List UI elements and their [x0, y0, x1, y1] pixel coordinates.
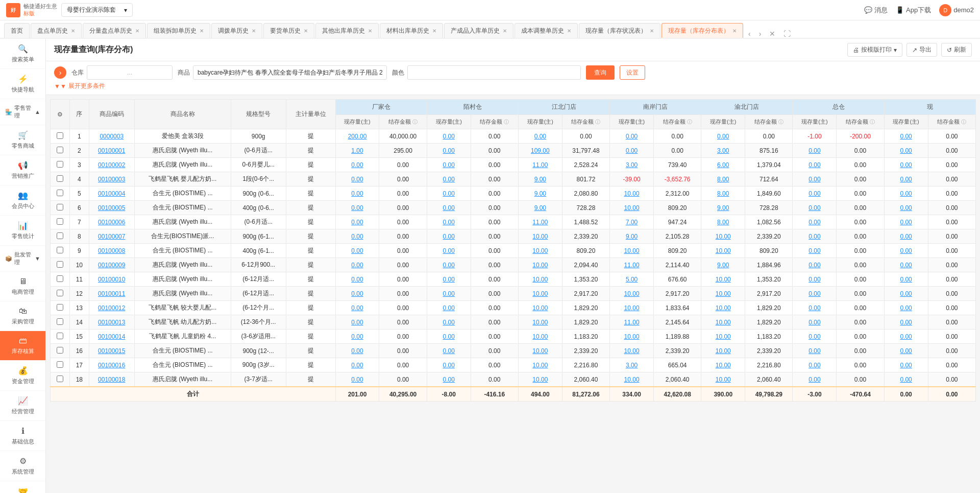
- row-m-qty: 0.00: [427, 215, 471, 229]
- row-check[interactable]: [51, 258, 70, 272]
- sidebar-item-search[interactable]: 🔍 搜索英单: [0, 39, 45, 69]
- query-button[interactable]: 查询: [586, 65, 615, 80]
- sidebar-item-operations[interactable]: 📈 经营管理: [0, 391, 45, 421]
- row-check[interactable]: [51, 287, 70, 301]
- sum-yb-amt: 49,798.29: [745, 387, 793, 402]
- tab-close-icon[interactable]: ✕: [71, 28, 75, 34]
- row-t-amt: -200.00: [837, 129, 884, 144]
- sidebar-item-members[interactable]: 👥 会员中心: [0, 185, 45, 216]
- sub-cur-amt: 结存金额 ⓘ: [928, 115, 975, 129]
- filter-collapse-btn[interactable]: ›: [54, 66, 66, 79]
- sidebar-item-basic-info[interactable]: ℹ 基础信息: [0, 421, 45, 451]
- user-avatar[interactable]: D demo2: [939, 4, 974, 16]
- warehouse-input[interactable]: [87, 65, 173, 80]
- table-row: 6 00100005 合生元 (BIOSTIME) ... 400g (0-6.…: [51, 201, 976, 215]
- row-check[interactable]: [51, 158, 70, 172]
- messages-btn[interactable]: 💬 消息: [864, 6, 888, 15]
- expand-conditions[interactable]: ▼▼ 展开更多条件: [54, 82, 972, 90]
- tab-stock-dist[interactable]: 现存量（库存分布表） ✕: [662, 23, 743, 38]
- row-check[interactable]: [51, 372, 70, 387]
- tab-transfer[interactable]: 调拨单历史 ✕: [211, 23, 262, 38]
- color-input[interactable]: [407, 65, 581, 80]
- row-check[interactable]: [51, 215, 70, 229]
- sidebar-item-collab[interactable]: 🤝 企业协同: [0, 481, 45, 493]
- sidebar-item-system[interactable]: ⚙ 系统管理: [0, 451, 45, 481]
- tab-cost-adjust[interactable]: 成本调整单历史 ✕: [514, 23, 578, 38]
- settings-button[interactable]: 设置: [620, 65, 645, 80]
- row-jb-amt: 1,829.20: [562, 301, 609, 315]
- sidebar-item-ecommerce[interactable]: 🖥 电商管理: [0, 272, 45, 301]
- row-yb-amt: 712.64: [745, 172, 793, 186]
- tab-close-icon[interactable]: ✕: [432, 28, 436, 34]
- row-t-amt: 0.00: [837, 287, 884, 301]
- col-no: 序: [69, 100, 89, 129]
- tab-close-icon[interactable]: ✕: [650, 28, 654, 34]
- tab-other-out[interactable]: 其他出库单历史 ✕: [315, 23, 379, 38]
- sidebar-item-finance[interactable]: 💰 资金管理: [0, 361, 45, 391]
- row-cur-qty: 0.00: [884, 229, 928, 244]
- row-check[interactable]: [51, 272, 70, 287]
- row-spec: (6-12月适...: [231, 287, 286, 301]
- tab-close-icon[interactable]: ✕: [368, 28, 372, 34]
- tab-assembly[interactable]: 组装拆卸单历史 ✕: [147, 23, 210, 38]
- tab-nav-next[interactable]: ›: [755, 30, 766, 38]
- tab-close-icon[interactable]: ✕: [304, 28, 308, 34]
- row-check[interactable]: [51, 229, 70, 244]
- row-t-qty: 0.00: [793, 201, 837, 215]
- sub-f-amt: 结存金额 ⓘ: [379, 115, 427, 129]
- row-na-qty: 5.00: [610, 272, 654, 287]
- row-check[interactable]: [51, 315, 70, 330]
- row-check[interactable]: [51, 330, 70, 344]
- row-m-amt: 0.00: [471, 372, 518, 387]
- tab-home[interactable]: 首页: [4, 23, 30, 38]
- tab-material-out[interactable]: 材料出库单历史 ✕: [380, 23, 443, 38]
- row-check[interactable]: [51, 358, 70, 372]
- sidebar-item-inventory[interactable]: 🗃 库存核算: [0, 331, 45, 361]
- row-t-qty: 0.00: [793, 358, 837, 372]
- row-check[interactable]: [51, 129, 70, 144]
- sidebar-item-purchase[interactable]: 🛍 采购管理: [0, 301, 45, 331]
- tab-nav-expand[interactable]: ⛶: [779, 30, 795, 38]
- row-check[interactable]: [51, 186, 70, 201]
- store-selector[interactable]: 母婴行业演示陈套 ▾: [61, 3, 133, 17]
- tab-sub-inventory[interactable]: 分量盘点单历史 ✕: [83, 23, 146, 38]
- tab-close-icon[interactable]: ✕: [503, 28, 507, 34]
- row-code: 00100008: [89, 244, 134, 258]
- sidebar-item-retail-mall[interactable]: 🛒 零售商城: [0, 125, 45, 155]
- col-code: 商品编码: [89, 100, 134, 129]
- tab-close-icon[interactable]: ✕: [732, 28, 737, 34]
- row-check[interactable]: [51, 172, 70, 186]
- row-name: 飞鹤星飞帆 较大婴儿配...: [134, 301, 231, 315]
- app-download-btn[interactable]: 📱 App下载: [896, 6, 931, 15]
- tab-close-icon[interactable]: ✕: [135, 28, 139, 34]
- sidebar-item-retail-stats[interactable]: 📊 零售统计: [0, 216, 45, 246]
- row-check[interactable]: [51, 301, 70, 315]
- tab-stock-status[interactable]: 现存量（库存状况表） ✕: [579, 23, 660, 38]
- row-check[interactable]: [51, 144, 70, 158]
- tab-product-in[interactable]: 产成品入库单历史 ✕: [444, 23, 513, 38]
- tab-nav-prev[interactable]: ‹: [744, 30, 755, 38]
- row-check[interactable]: [51, 244, 70, 258]
- sidebar-item-marketing[interactable]: 📢 营销推广: [0, 155, 45, 185]
- tab-nav-close[interactable]: ✕: [765, 30, 779, 38]
- row-na-qty: 7.00: [610, 215, 654, 229]
- tab-close-icon[interactable]: ✕: [200, 28, 204, 34]
- row-yb-amt: 2,216.80: [745, 358, 793, 372]
- tab-close-icon[interactable]: ✕: [567, 28, 571, 34]
- sidebar-item-wholesale[interactable]: 📦 批发管理 ▼: [0, 246, 45, 272]
- refresh-button[interactable]: ↺ 刷新: [941, 43, 972, 57]
- sub-na-qty: 现存量(主): [610, 115, 654, 129]
- row-check[interactable]: [51, 344, 70, 358]
- summary-row: 合计 201.00 40,295.00 -8.00 -416.16 494.00…: [51, 387, 976, 402]
- tab-inventory-history[interactable]: 盘点单历史 ✕: [31, 23, 82, 38]
- row-check[interactable]: [51, 201, 70, 215]
- tab-close-icon[interactable]: ✕: [252, 28, 256, 34]
- export-button[interactable]: ↗ 导出: [906, 43, 937, 57]
- sidebar-item-retail-mgmt[interactable]: 🏪 零售管理 ▲: [0, 99, 45, 125]
- table-row: 5 00100004 合生元 (BIOSTIME) ... 900g (0-6.…: [51, 186, 976, 201]
- print-button[interactable]: 🖨 按模版打印 ▾: [847, 43, 902, 57]
- tab-order[interactable]: 要货单历史 ✕: [263, 23, 314, 38]
- goods-input[interactable]: [193, 65, 387, 80]
- sidebar-item-quicknav[interactable]: ⚡ 快捷导航: [0, 69, 45, 99]
- settings-col[interactable]: ⚙: [51, 100, 70, 129]
